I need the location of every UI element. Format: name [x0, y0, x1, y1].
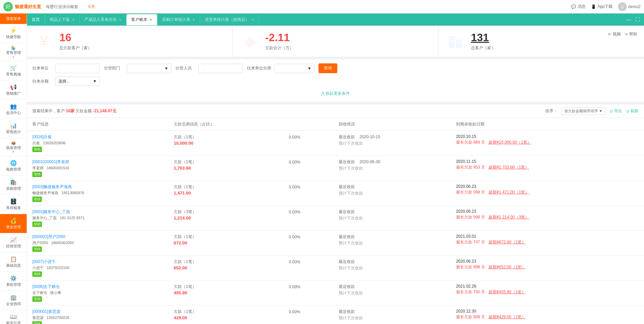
overdue-date: 2020.06.23 [456, 259, 639, 264]
sidebar-search[interactable]: 搜索菜单 [0, 13, 27, 24]
cell-recovery-1: 最近收款 2020-06-30 预计下次收款 [333, 156, 450, 181]
category-select[interactable]: ▼ [274, 64, 314, 73]
debt-percent: 0.00% [289, 285, 328, 289]
sidebar-item-member[interactable]: 👥 会员中心 [0, 100, 27, 119]
person-input[interactable]: ... [198, 64, 243, 73]
cell-percent-1: 0.00% [283, 156, 333, 181]
close-icon[interactable]: ✕ [119, 18, 121, 22]
tab-customer-account[interactable]: 客户账本 ✕ [127, 14, 157, 25]
tab-maximize-btn[interactable]: ⛶ [634, 16, 641, 23]
help-btn[interactable]: ⊙ 帮助 [625, 31, 637, 37]
amount-value: -21,148.07元 [93, 109, 116, 113]
close-icon[interactable]: ✕ [72, 18, 75, 22]
customer-phone: 吕俊 13026203696 [32, 141, 163, 146]
overdue-days: 最长欠款 853 天 超期¥1,703.68（1笔） [456, 165, 639, 170]
customer-name-link[interactable]: [0002]服务中心_丁磊 [32, 209, 70, 214]
next-payment: 预计下次收款 [339, 141, 445, 146]
stat-card-debt-customers: ¥ 16 总欠款客户（家） [27, 26, 233, 57]
sidebar-item-ecommerce[interactable]: 🌐 电商管理 [0, 156, 27, 176]
sidebar-item-ops[interactable]: 📈 经营管理 [0, 233, 27, 253]
overdue-link[interactable]: 超期¥672.00（1笔） [488, 240, 526, 244]
cell-customer-1: [0001020001]李老师 李老师 18600391516 现销 [27, 156, 168, 181]
customer-name-link[interactable]: [0001020001]李老师 [32, 159, 69, 164]
app-subtitle: 示意 [88, 4, 95, 9]
balance-select[interactable]: 选择... ▼ [55, 77, 100, 86]
tab-bar-actions: — ⛶ [625, 16, 644, 23]
sort-select[interactable]: 按欠款金额倒序排序 ▼ [561, 107, 606, 115]
sidebar-item-quick-nav[interactable]: ⚡ 快捷导航 [0, 24, 27, 43]
customer-name-link[interactable]: [0016]吕俊 [32, 135, 52, 139]
store-select[interactable]: 母婴行业演示账套 [44, 4, 85, 10]
next-payment: 预计下次收款 [339, 190, 445, 196]
overdue-link[interactable]: 超期¥1,471.00（1笔） [488, 190, 529, 195]
close-icon[interactable]: ✕ [149, 18, 152, 22]
user-menu[interactable]: D demo2 [618, 2, 641, 11]
customer-name-link[interactable]: [0006]去下粮仓 [32, 284, 60, 289]
tab-products[interactable]: 商品上下架 ✕ [45, 14, 80, 25]
cell-debt-5: 欠款（1笔） 652.00 [168, 256, 283, 281]
customer-phone: 小进千 18279152100 [32, 265, 163, 270]
search-button[interactable]: 查询 [318, 63, 337, 73]
overdue-link[interactable]: 超期¥652.00（1笔） [488, 265, 526, 269]
customer-name-link[interactable]: [000002]用户2050 [32, 234, 65, 239]
export-btn[interactable]: ⊙ 导出 [610, 108, 622, 114]
video-btn[interactable]: ⊙ 视频 [608, 31, 620, 37]
sidebar-item-enterprise[interactable]: 🏢 企业协同 [0, 291, 27, 310]
overdue-link[interactable]: 超期¥1,214.00（3笔） [488, 215, 529, 219]
cell-overdue-4: 2021.03.01 最长欠款 747 天 超期¥672.00（1笔） [451, 231, 644, 256]
overdue-link[interactable]: 超期¥455.90（1笔） [488, 290, 526, 294]
sidebar-item-system[interactable]: ⚙️ 系统管理 [0, 272, 27, 291]
app-download-btn[interactable]: 📱 App下载 [591, 4, 613, 9]
cell-percent-0: 0.00% [283, 131, 333, 156]
overdue-days: 最长欠款 747 天 超期¥672.00（1笔） [456, 239, 639, 245]
close-icon[interactable]: ✕ [251, 18, 254, 22]
tab-home[interactable]: 首页 [27, 14, 45, 25]
customer-phone: 去下粮仓 陈小希 [32, 290, 163, 295]
sidebar-item-retail-stats[interactable]: 📊 零售统计 [0, 119, 27, 138]
mobile-icon: 📱 [591, 4, 596, 9]
sidebar-item-purchase[interactable]: 🛍️ 采购管理 [0, 176, 27, 195]
overdue-link[interactable]: 超期¥10,000.00（1笔） [488, 140, 531, 145]
message-btn[interactable]: 💬 消息 [571, 4, 586, 9]
overdue-link[interactable]: 超期¥429.00（1笔） [488, 315, 526, 319]
customer-name-link[interactable]: [0007]小进千 [32, 259, 56, 264]
overdue-link[interactable]: 超期¥1,703.68（1笔） [488, 165, 529, 170]
sidebar-item-inventory[interactable]: 🗄️ 库存核算 [0, 195, 27, 214]
svg-rect-2 [450, 38, 451, 39]
tab-import-stats[interactable]: 进货单统计表（按商品） ✕ [200, 14, 259, 25]
cell-customer-7: [000001]黄思源 黄思源 13552700226 现销 [27, 305, 168, 324]
svg-rect-5 [452, 40, 454, 42]
cell-debt-1: 欠款（1笔） 1,703.68 [168, 156, 283, 181]
next-payment: 预计下次收款 [339, 290, 445, 296]
top-bar-left: 好 畅捷通好生意 母婴行业演示账套 示意 [3, 2, 95, 11]
cell-percent-7: 0.00% [283, 305, 333, 324]
customer-phone: 服务中心_丁磊 181 0125 8371 [32, 215, 163, 220]
debt-count: 欠款（1笔） [174, 284, 278, 290]
tab-production-history[interactable]: 产成品入库单历史 ✕ [80, 14, 127, 25]
page-body: ¥ 16 总欠款客户（家） ◆ -2.11 欠款合计（万） [27, 26, 644, 324]
sidebar-item-batch-mgmt[interactable]: 📦 批发管理 ▼ [0, 138, 27, 156]
cell-overdue-6: 2021.02.26 最长欠款 750 天 超期¥455.90（1笔） [451, 281, 644, 305]
svg-rect-6 [457, 41, 458, 42]
last-payment: 最近收款 [339, 309, 445, 315]
customer-name-link[interactable]: [0003]畅捷服务尹海燕 [32, 184, 72, 189]
supplier-input[interactable]: ... [55, 64, 100, 73]
sidebar-item-basic-info[interactable]: 📋 基础信息 [0, 253, 27, 272]
debt-count: 欠款（1笔） [174, 259, 278, 265]
customer-phone: 畅捷服务尹海燕 18513066976 [32, 190, 163, 196]
stat-card-1-info: 16 总欠款客户（家） [59, 31, 92, 51]
sidebar-item-retail-mgmt[interactable]: 🏪 零售管理 ▲ [0, 43, 27, 61]
tab-purchase-stats[interactable]: 采购订单统计表 ✕ [157, 14, 200, 25]
customer-name-link[interactable]: [000001]黄思源 [32, 309, 60, 314]
collapse-row[interactable]: ⋀ 收起更多条件 [32, 89, 639, 98]
refresh-btn[interactable]: ⊙ 刷新 [626, 108, 639, 114]
dept-select[interactable]: ▼ [127, 64, 171, 73]
stat-value-total-customers: 131 [471, 31, 495, 44]
sidebar-item-marketing[interactable]: 📢 营销推广 [0, 81, 27, 100]
sidebar-item-guide[interactable]: 📖 新手引导 [0, 310, 27, 324]
close-icon[interactable]: ✕ [192, 18, 195, 22]
last-payment: 最近收款 2020-06-30 [339, 159, 445, 165]
sidebar-item-finance[interactable]: 💰 资金管理 [0, 214, 27, 233]
tab-minimize-btn[interactable]: — [625, 16, 633, 23]
sidebar-item-retail-mall[interactable]: 🛒 零售商城 [0, 61, 27, 81]
